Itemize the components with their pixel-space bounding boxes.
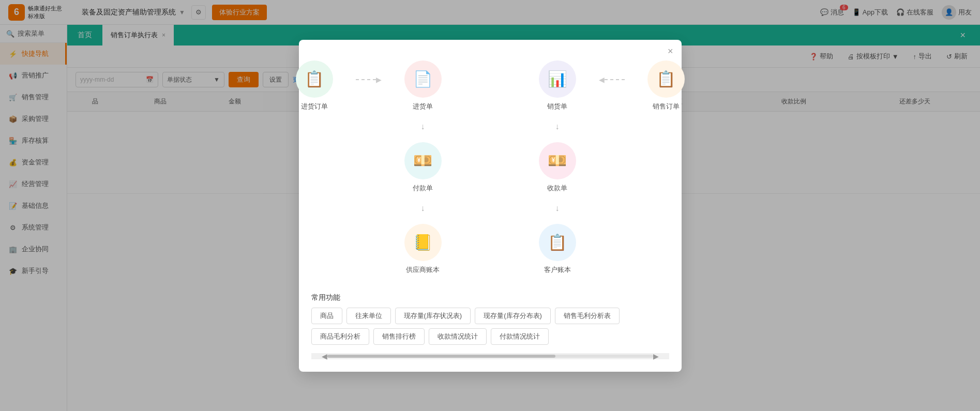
common-function-button[interactable]: 销售毛利分析表 [555,308,620,324]
common-function-button[interactable]: 收款情况统计 [429,328,487,345]
quick-nav-modal: × 📋 进货订单 ▶ 📄 进货单 [299,40,682,372]
flow-purchase-bill[interactable]: 📄 进货单 [382,52,464,119]
flow-customer-ledger[interactable]: 📋 客户账本 [516,216,599,283]
common-function-button[interactable]: 商品毛利分析 [311,328,369,345]
flow-sale-bill[interactable]: 📊 销货单 [516,52,599,119]
arrow-po-to-pb: ▶ [356,75,382,96]
modal-close-button[interactable]: × [668,46,673,57]
scroll-left-icon[interactable]: ◀ [322,352,327,360]
arrow-down-pay: ↓ [382,204,464,213]
flow-receipt[interactable]: 💴 收款单 [516,134,599,201]
common-functions-title: 常用功能 [311,293,669,302]
common-function-button[interactable]: 往来单位 [346,308,391,324]
scroll-track[interactable] [327,355,653,358]
scroll-area: ◀ ▶ [311,353,669,359]
arrow-down-sb: ↓ [516,122,599,131]
flow-sale-order[interactable]: 📋 销售订单 [625,52,707,119]
arrow-so-to-sb: ◀ [599,75,625,96]
scroll-thumb[interactable] [327,355,555,358]
arrow-down-pb: ↓ [382,122,464,131]
common-function-button[interactable]: 现存量(库存状况表) [395,308,471,324]
arrow-down-rec: ↓ [516,204,599,213]
common-function-button[interactable]: 现存量(库存分布表) [475,308,551,324]
flow-payment[interactable]: 💴 付款单 [382,134,464,201]
scroll-right-icon[interactable]: ▶ [653,352,659,360]
common-function-button[interactable]: 付款情况统计 [491,328,549,345]
flow-supplier-ledger[interactable]: 📒 供应商账本 [382,216,464,283]
common-function-button[interactable]: 销售排行榜 [373,328,425,345]
common-functions: 常用功能 商品往来单位现存量(库存状况表)现存量(库存分布表)销售毛利分析表商品… [311,293,669,345]
modal-overlay: × 📋 进货订单 ▶ 📄 进货单 [0,0,980,411]
flow-purchase-order[interactable]: 📋 进货订单 [273,52,356,119]
common-function-button[interactable]: 商品 [311,308,342,324]
common-functions-buttons: 商品往来单位现存量(库存状况表)现存量(库存分布表)销售毛利分析表商品毛利分析销… [311,308,669,345]
